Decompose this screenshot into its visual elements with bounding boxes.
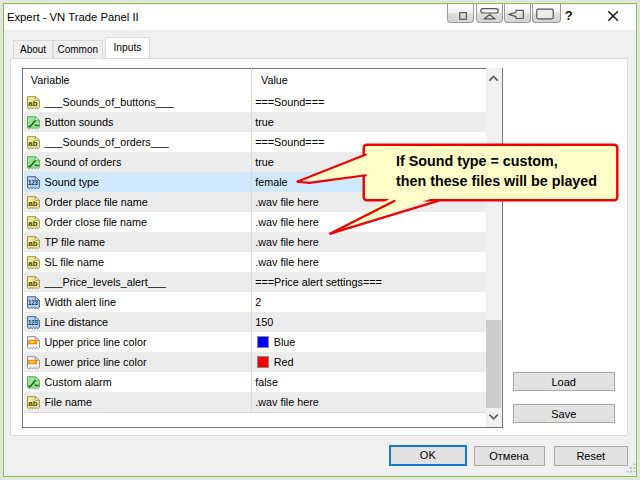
svg-text:123: 123 (28, 319, 39, 326)
svg-text:ab: ab (28, 218, 37, 227)
svg-text:ab: ab (28, 238, 37, 247)
svg-text:ab: ab (28, 258, 37, 267)
svg-text:ab: ab (28, 398, 37, 407)
svg-text:?: ? (565, 8, 573, 23)
svg-text:123: 123 (28, 179, 39, 186)
svg-text:ab: ab (28, 138, 37, 147)
svg-text:ab: ab (28, 98, 37, 107)
svg-text:123: 123 (28, 299, 39, 306)
svg-text:ab: ab (28, 278, 37, 287)
svg-text:ab: ab (28, 198, 37, 207)
